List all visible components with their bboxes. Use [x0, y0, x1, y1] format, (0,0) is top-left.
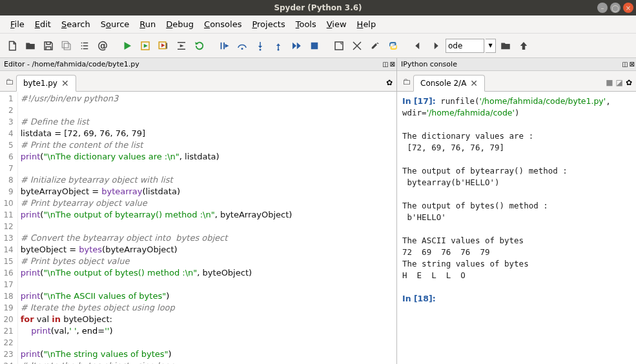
window-titlebar: Spyder (Python 3.6) – ◯ × [0, 0, 636, 15]
nav-forward-icon[interactable] [427, 37, 444, 54]
open-file-icon[interactable] [22, 37, 39, 54]
console-output[interactable]: In [17]: runfile('/home/fahmida/code/byt… [397, 92, 636, 364]
save-all-icon[interactable] [58, 37, 75, 54]
console-clear-icon[interactable]: ◪ [616, 78, 623, 87]
step-into-icon[interactable] [252, 37, 269, 54]
panel-undock-icon[interactable]: ◫ [622, 61, 628, 68]
menu-debug[interactable]: Debug [161, 19, 199, 29]
console-stop-icon[interactable]: ■ [606, 78, 613, 87]
svg-point-3 [260, 48, 262, 50]
editor-gutter: 1234567891011121314151617181920212223242… [0, 92, 18, 364]
save-file-icon[interactable] [40, 37, 57, 54]
svg-point-2 [241, 48, 243, 50]
panel-close-icon[interactable]: ⊠ [390, 61, 395, 68]
new-file-icon[interactable] [4, 37, 21, 54]
step-out-icon[interactable] [270, 37, 287, 54]
menu-source[interactable]: Source [96, 19, 135, 29]
debug-icon[interactable] [216, 37, 232, 54]
editor-panel: Editor - /home/fahmida/code/byte1.py ◫ ⊠… [0, 58, 397, 364]
editor-panel-header: Editor - /home/fahmida/code/byte1.py ◫ ⊠ [0, 58, 396, 71]
editor-tab-bar: 🗀 byte1.py ✕ ✿ [0, 71, 396, 92]
menubar: FileEditSearchSourceRunDebugConsolesProj… [0, 15, 636, 34]
editor-code-area[interactable]: #!/usr/bin/env python3# Define the listl… [18, 92, 396, 364]
console-panel-title: IPython console [401, 60, 457, 68]
console-tab[interactable]: Console 2/A ✕ [413, 75, 485, 92]
run-selection-icon[interactable] [173, 37, 190, 54]
window-title: Spyder (Python 3.6) [0, 3, 636, 12]
nav-back-icon[interactable] [409, 37, 426, 54]
menu-help[interactable]: Help [352, 19, 382, 29]
continue-icon[interactable] [288, 37, 305, 54]
console-tab-close-icon[interactable]: ✕ [470, 78, 478, 88]
menu-view[interactable]: View [322, 19, 352, 29]
menu-edit[interactable]: Edit [30, 19, 56, 29]
console-panel: IPython console ◫ ⊠ 🗀 Console 2/A ✕ ■ ◪ … [397, 58, 636, 364]
at-symbol-icon[interactable]: @ [94, 37, 111, 54]
run-cell-icon[interactable] [137, 37, 154, 54]
menu-consoles[interactable]: Consoles [199, 19, 247, 29]
panel-undock-icon[interactable]: ◫ [382, 61, 388, 68]
menu-projects[interactable]: Projects [247, 19, 290, 29]
rerun-icon[interactable] [191, 37, 208, 54]
run-file-icon[interactable] [119, 37, 136, 54]
list-icon[interactable] [76, 37, 93, 54]
panel-close-icon[interactable]: ⊠ [630, 61, 635, 68]
file-browser-icon[interactable]: 🗀 [5, 77, 14, 86]
console-tab-bar: 🗀 Console 2/A ✕ ■ ◪ ✿ [397, 71, 636, 92]
menu-file[interactable]: File [5, 19, 30, 29]
editor-panel-title: Editor - /home/fahmida/code/byte1.py [4, 60, 139, 68]
python-path-icon[interactable] [385, 37, 402, 54]
stop-debug-icon[interactable] [306, 37, 323, 54]
browse-dir-icon[interactable] [497, 37, 514, 54]
editor-body[interactable]: 1234567891011121314151617181920212223242… [0, 92, 396, 364]
window-close-icon[interactable]: × [623, 3, 633, 13]
parent-dir-icon[interactable] [515, 37, 532, 54]
svg-rect-5 [311, 42, 318, 49]
console-panel-header: IPython console ◫ ⊠ [397, 58, 636, 71]
editor-tab-label: byte1.py [23, 79, 57, 88]
maximize-pane-icon[interactable] [331, 37, 347, 54]
preferences-icon[interactable] [367, 37, 384, 54]
run-cell-advance-icon[interactable] [155, 37, 172, 54]
editor-tab[interactable]: byte1.py ✕ [16, 75, 76, 92]
step-over-icon[interactable] [234, 37, 251, 54]
svg-point-4 [278, 48, 280, 50]
console-tab-label: Console 2/A [420, 79, 466, 88]
working-dir-dropdown-icon[interactable]: ▼ [486, 39, 496, 53]
editor-options-icon[interactable]: ✿ [386, 78, 393, 87]
working-dir-input[interactable] [446, 39, 484, 53]
window-minimize-icon[interactable]: – [597, 3, 608, 13]
editor-tab-close-icon[interactable]: ✕ [61, 78, 69, 88]
main-toolbar: @ ▼ [0, 34, 636, 58]
menu-tools[interactable]: Tools [291, 19, 322, 29]
console-list-icon[interactable]: 🗀 [402, 77, 411, 86]
menu-run[interactable]: Run [134, 19, 161, 29]
console-options-icon[interactable]: ✿ [626, 78, 632, 87]
fullscreen-icon[interactable] [349, 37, 365, 54]
menu-search[interactable]: Search [56, 19, 96, 29]
window-maximize-icon[interactable]: ◯ [610, 3, 621, 13]
